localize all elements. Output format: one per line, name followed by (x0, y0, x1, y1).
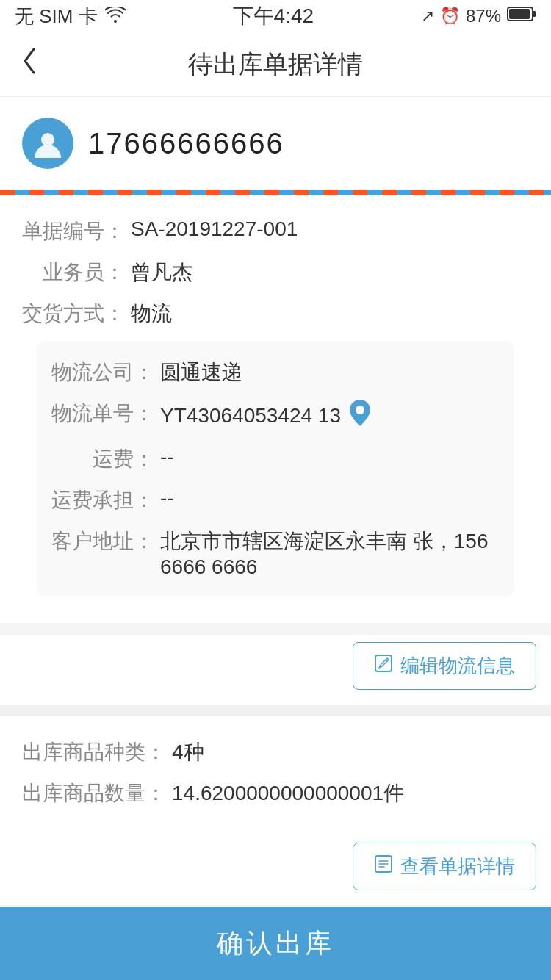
map-pin-icon[interactable] (350, 400, 370, 432)
svg-point-4 (356, 406, 364, 414)
svg-rect-1 (533, 11, 536, 17)
goods-types-label: 出库商品种类： (22, 738, 166, 766)
goods-types-value: 4种 (166, 738, 529, 766)
view-detail-button[interactable]: 查看单据详情 (353, 843, 536, 890)
wifi-icon (105, 5, 126, 28)
goods-types-row: 出库商品种类： 4种 (22, 738, 529, 766)
confirm-button[interactable]: 确认出库 (0, 907, 551, 980)
freight-row: 运费： -- (51, 445, 500, 473)
status-right: ↗ ⏰ 87% (421, 6, 536, 26)
customer-header: 17666666666 (0, 97, 551, 190)
confirm-label: 确认出库 (217, 926, 334, 962)
location-status-icon: ↗ (421, 7, 434, 26)
logistics-company-row: 物流公司： 圆通速递 (51, 359, 500, 386)
svg-point-3 (41, 133, 54, 146)
goods-quantity-label: 出库商品数量： (22, 779, 166, 807)
freight-bearer-row: 运费承担： -- (51, 486, 500, 514)
nav-bar: 待出库单据详情 (0, 32, 551, 97)
alarm-icon: ⏰ (440, 7, 460, 26)
svg-rect-5 (375, 655, 392, 671)
freight-value: -- (154, 445, 500, 469)
edit-logistics-button[interactable]: 编辑物流信息 (353, 642, 536, 690)
goods-quantity-row: 出库商品数量： 14.6200000000000001件 (22, 779, 529, 807)
freight-label: 运费： (51, 445, 154, 473)
dashed-divider (0, 190, 551, 195)
page-title: 待出库单据详情 (188, 48, 363, 82)
time-display: 下午4:42 (233, 2, 314, 30)
back-button[interactable] (21, 46, 38, 82)
logistics-company-value: 圆通速递 (154, 359, 500, 386)
address-value: 北京市市辖区海淀区永丰南 张，156 6666 6666 (154, 527, 500, 579)
avatar (22, 118, 73, 169)
battery-icon (507, 6, 536, 26)
freight-bearer-value: -- (154, 486, 500, 510)
view-btn-container: 查看单据详情 (0, 835, 551, 905)
section-divider (0, 705, 551, 716)
view-btn-label: 查看单据详情 (400, 854, 515, 879)
edit-btn-label: 编辑物流信息 (400, 653, 515, 679)
order-no-label: 单据编号： (22, 217, 125, 245)
list-icon (374, 854, 393, 879)
edit-icon (374, 654, 393, 678)
order-no-value: SA-20191227-001 (125, 217, 529, 241)
carrier-label: 无 SIM 卡 (15, 4, 98, 29)
logistics-tracking-label: 物流单号： (51, 400, 154, 428)
delivery-value: 物流 (125, 300, 529, 328)
status-left: 无 SIM 卡 (15, 4, 126, 29)
salesman-value: 曾凡杰 (125, 259, 529, 287)
svg-rect-2 (509, 9, 530, 19)
main-content: 17666666666 单据编号： SA-20191227-001 业务员： 曾… (0, 97, 551, 980)
address-label: 客户地址： (51, 527, 154, 555)
freight-bearer-label: 运费承担： (51, 486, 154, 514)
order-info-section: 单据编号： SA-20191227-001 业务员： 曾凡杰 交货方式： 物流 … (0, 195, 551, 623)
status-bar: 无 SIM 卡 下午4:42 ↗ ⏰ 87% (0, 0, 551, 32)
battery-label: 87% (466, 6, 501, 26)
delivery-label: 交货方式： (22, 300, 125, 328)
logistics-company-label: 物流公司： (51, 359, 154, 386)
logistics-tracking-value: YT43064053424 13 (154, 400, 500, 432)
salesman-label: 业务员： (22, 259, 125, 287)
customer-phone: 17666666666 (88, 127, 284, 160)
salesman-row: 业务员： 曾凡杰 (22, 259, 529, 287)
logistics-card: 物流公司： 圆通速递 物流单号： YT43064053424 13 运费： (37, 341, 514, 597)
edit-btn-container: 编辑物流信息 (0, 635, 551, 705)
logistics-tracking-row: 物流单号： YT43064053424 13 (51, 400, 500, 432)
address-row: 客户地址： 北京市市辖区海淀区永丰南 张，156 6666 6666 (51, 527, 500, 579)
delivery-row: 交货方式： 物流 (22, 300, 529, 328)
order-no-row: 单据编号： SA-20191227-001 (22, 217, 529, 245)
goods-quantity-value: 14.6200000000000001件 (166, 779, 529, 807)
goods-section: 出库商品种类： 4种 出库商品数量： 14.6200000000000001件 (0, 716, 551, 835)
